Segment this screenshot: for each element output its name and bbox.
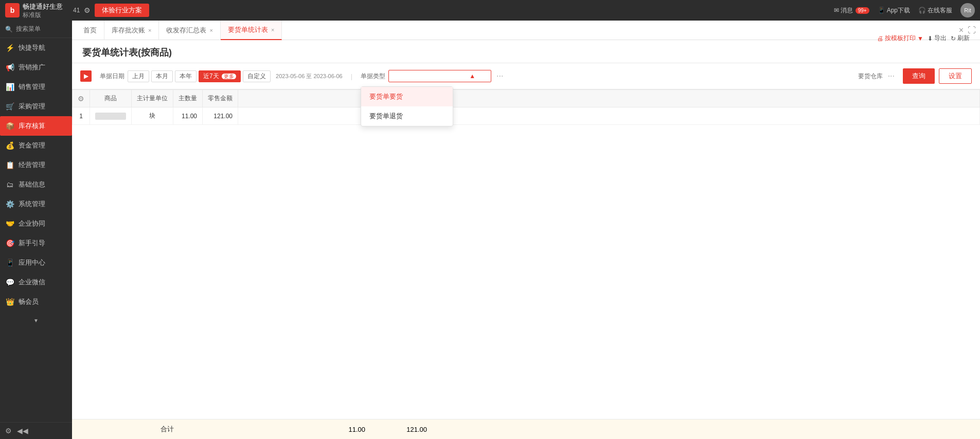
app-download-btn[interactable]: 📱 App下载 <box>878 6 910 15</box>
refresh-label: 刷新 <box>957 34 970 43</box>
message-badge: 99+ <box>856 7 869 14</box>
tab-order-summary-close[interactable]: × <box>271 27 274 33</box>
date-label: 单据日期 <box>100 72 124 81</box>
refresh-button[interactable]: ↻ 刷新 <box>951 34 970 43</box>
tab-batch-label: 库存批次账 <box>112 26 145 35</box>
date-range: 2023-05-06 至 2023-06-06 <box>276 72 343 80</box>
filter-more-icon[interactable]: ··· <box>496 71 503 81</box>
refresh-icon: ↻ <box>951 35 956 42</box>
type-filter-group: 单据类型 ▲ ··· 要货单要货 要货单退货 <box>361 70 850 82</box>
service-icon: 🎧 <box>918 7 926 14</box>
search-label: 搜索菜单 <box>16 25 41 33</box>
member-icon: 👑 <box>5 297 14 306</box>
appcenter-icon: 📱 <box>5 258 14 267</box>
tab-home[interactable]: 首页 <box>76 21 104 40</box>
page-header: 要货单统计表(按商品) 🖨 按模板打印 ▼ ⬇ 导出 ↻ 刷新 <box>72 40 980 63</box>
product-name-blurred <box>95 113 126 120</box>
trial-button[interactable]: 体验行业方案 <box>95 4 149 17</box>
cell-product <box>90 107 132 125</box>
col-product: 商品 <box>90 90 132 107</box>
this-year-btn[interactable]: 本年 <box>175 70 197 82</box>
type-select[interactable]: ▲ <box>388 70 491 82</box>
col-amount: 零售金额 <box>203 90 238 107</box>
dropdown-item-return[interactable]: 要货单退货 <box>361 106 453 126</box>
print-button[interactable]: 🖨 按模板打印 ▼ <box>877 34 923 43</box>
tab-receive-close[interactable]: × <box>209 27 212 33</box>
up-month-btn[interactable]: 上月 <box>128 70 149 82</box>
sidebar-item-label: 基础信息 <box>19 180 45 189</box>
sidebar-item-enterprise[interactable]: 🤝 企业协同 <box>0 214 72 233</box>
footer-collapse-icon[interactable]: ◀◀ <box>17 427 28 435</box>
col-qty: 主数量 <box>173 90 203 107</box>
system-icon: ⚙️ <box>5 199 14 209</box>
filter-expand-btn[interactable]: ▶ <box>80 70 92 82</box>
sidebar-search[interactable]: 🔍 搜索菜单 <box>0 21 72 38</box>
table-row: 1 块 11.00 121.00 <box>73 107 980 125</box>
marketing-icon: 📢 <box>5 63 14 72</box>
tab-count: 41 <box>73 7 80 14</box>
sidebar-item-operation[interactable]: 📋 经营管理 <box>0 155 72 175</box>
operation-icon: 📋 <box>5 160 14 170</box>
export-button[interactable]: ⬇ 导出 <box>928 34 947 43</box>
sidebar-item-label: 应用中心 <box>19 258 45 267</box>
tab-receive[interactable]: 收发存汇总表 × <box>159 21 220 40</box>
dropdown-item-purchase[interactable]: 要货单要货 <box>361 87 453 106</box>
sidebar-item-inventory[interactable]: 📦 库存核算 <box>0 116 72 136</box>
sidebar-item-wechat[interactable]: 💬 企业微信 <box>0 272 72 292</box>
sidebar-item-appcenter[interactable]: 📱 应用中心 <box>0 253 72 272</box>
this-month-btn[interactable]: 本月 <box>151 70 173 82</box>
col-unit: 主计量单位 <box>132 90 173 107</box>
settings-button[interactable]: 设置 <box>939 68 972 84</box>
cell-unit: 块 <box>132 107 173 125</box>
warehouse-filter-group: 要货仓库 ··· <box>858 71 895 81</box>
warehouse-more-icon[interactable]: ··· <box>888 71 895 81</box>
filter-separator: | <box>351 72 352 80</box>
user-avatar[interactable]: Rit <box>960 3 975 17</box>
tab-order-summary[interactable]: 要货单统计表 × <box>221 21 282 40</box>
type-dropdown-arrow: ▲ <box>469 72 475 80</box>
tab-settings-icon[interactable]: ⚙ <box>84 6 91 14</box>
export-label: 导出 <box>934 34 947 43</box>
tab-batch-close[interactable]: × <box>148 27 151 33</box>
sidebar-item-quick-nav[interactable]: ⚡ 快捷导航 <box>0 38 72 58</box>
sidebar-item-sales[interactable]: 📊 销售管理 <box>0 77 72 97</box>
footer-total-label: 合计 <box>93 425 242 434</box>
enterprise-icon: 🤝 <box>5 219 14 228</box>
tab-order-summary-label: 要货单统计表 <box>228 25 268 34</box>
sidebar-item-purchase[interactable]: 🛒 采购管理 <box>0 97 72 116</box>
footer-settings-icon[interactable]: ⚙ <box>5 427 12 435</box>
message-btn[interactable]: ✉ 消息 99+ <box>834 6 869 15</box>
recent-btn[interactable]: 近7天 更多 <box>199 70 241 82</box>
sidebar-item-label: 采购管理 <box>19 102 45 111</box>
tab-batch[interactable]: 库存批次账 × <box>104 21 159 40</box>
sidebar-item-marketing[interactable]: 📢 营销推广 <box>0 58 72 77</box>
online-service-btn[interactable]: 🎧 在线客服 <box>918 6 952 15</box>
sidebar-item-guide[interactable]: 🎯 新手引导 <box>0 233 72 253</box>
sidebar-item-system[interactable]: ⚙️ 系统管理 <box>0 194 72 214</box>
sidebar-item-label: 企业协同 <box>19 219 45 228</box>
sidebar-item-label: 系统管理 <box>19 199 45 209</box>
query-button[interactable]: 查询 <box>903 68 935 84</box>
date-shortcuts: 上月 本月 本年 近7天 更多 自定义 <box>128 70 271 82</box>
table-header-row: ⚙ 商品 主计量单位 主数量 零售金额 <box>73 90 980 107</box>
search-icon: 🔍 <box>5 26 13 33</box>
sidebar: 🔍 搜索菜单 ⚡ 快捷导航 📢 营销推广 📊 销售管理 🛒 采购管理 📦 库存核… <box>0 21 72 439</box>
guide-icon: 🎯 <box>5 239 14 248</box>
custom-btn[interactable]: 自定义 <box>243 70 271 82</box>
warehouse-label: 要货仓库 <box>858 72 883 81</box>
sidebar-item-member[interactable]: 👑 畅会员 <box>0 292 72 312</box>
app-name: 畅捷通好生意 <box>23 2 63 11</box>
sidebar-item-basic[interactable]: 🗂 基础信息 <box>0 175 72 194</box>
cell-extra <box>238 107 980 125</box>
purchase-icon: 🛒 <box>5 102 14 111</box>
sidebar-footer: ⚙ ◀◀ <box>0 422 72 439</box>
cell-amount: 121.00 <box>203 107 238 125</box>
finance-icon: 💰 <box>5 141 14 150</box>
app-sub: 标准版 <box>23 11 63 19</box>
fullscreen-icon[interactable]: ⛶ <box>968 26 976 35</box>
sidebar-item-finance[interactable]: 💰 资金管理 <box>0 136 72 155</box>
col-settings-icon[interactable]: ⚙ <box>78 95 84 103</box>
data-table: ⚙ 商品 主计量单位 主数量 零售金额 1 <box>72 89 980 125</box>
tabs-bar: 首页 库存批次账 × 收发存汇总表 × 要货单统计表 × × ⛶ <box>72 21 980 40</box>
close-all-icon[interactable]: × <box>959 26 964 35</box>
